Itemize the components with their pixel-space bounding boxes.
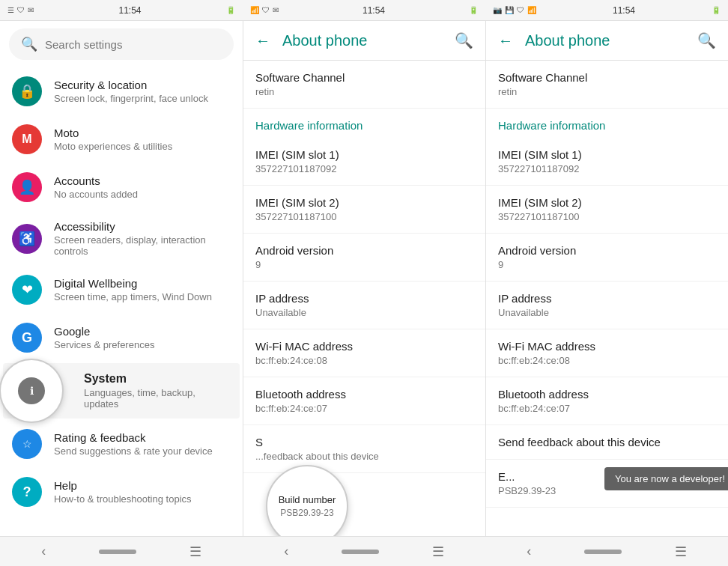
sidebar-item-google[interactable]: G Google Services & preferences [0, 314, 243, 362]
toast-message: You are now a developer! [615, 473, 725, 484]
rating-icon: ☆ [12, 429, 42, 459]
recents-nav-left[interactable]: ☰ [189, 544, 201, 560]
status-icons-mid: 📶 🛡 ✉ [250, 6, 279, 14]
status-section-mid: 📶 🛡 ✉ 11:54 🔋 [243, 5, 485, 16]
imei1-title: IMEI (SIM slot 1) [255, 148, 473, 161]
battery-icon-right: 🔋 [712, 6, 721, 14]
recents-nav-right[interactable]: ☰ [675, 544, 687, 560]
status-time-mid: 11:54 [363, 5, 385, 16]
accessibility-text: Accessibility Screen readers, display, i… [54, 220, 231, 257]
bt-address-title-2: Bluetooth address [498, 388, 716, 401]
about-item-imei1-2[interactable]: IMEI (SIM slot 1) 357227101187092 [486, 138, 728, 186]
sidebar-item-moto[interactable]: M Moto Moto experiences & utilities [0, 115, 243, 163]
search-bar[interactable]: 🔍 [9, 28, 234, 60]
google-icon: G [12, 323, 42, 353]
bottom-nav-mid: ‹ ☰ [243, 537, 485, 566]
moto-text: Moto Moto experiences & utilities [54, 127, 231, 152]
wifi-mac-value: bc:ff:eb:24:ce:08 [255, 355, 473, 366]
home-indicator-right[interactable] [584, 550, 622, 554]
digital-wellbeing-text: Digital Wellbeing Screen time, app timer… [54, 277, 231, 302]
moto-subtitle: Moto experiences & utilities [54, 141, 231, 152]
sidebar-item-digital-wellbeing[interactable]: ❤ Digital Wellbeing Screen time, app tim… [0, 266, 243, 314]
about-item-build-number[interactable]: Build number PSB29.39-23 [243, 473, 485, 536]
status-icons-right: 📷 💾 🛡 📶 [493, 6, 536, 14]
build-number-title: Build number [279, 494, 336, 505]
about-item-android-version-2[interactable]: Android version 9 [486, 234, 728, 282]
search-button-2[interactable]: 🔍 [697, 31, 716, 49]
about-item-bt-address[interactable]: Bluetooth address bc:ff:eb:24:ce:07 [243, 377, 485, 425]
about-item-wifi-mac-2[interactable]: Wi-Fi MAC address bc:ff:eb:24:ce:08 [486, 329, 728, 377]
sidebar-item-accounts[interactable]: 👤 Accounts No accounts added [0, 163, 243, 211]
ip-title: IP address [255, 292, 473, 305]
back-button-2[interactable]: ← [498, 32, 513, 49]
google-text: Google Services & preferences [54, 325, 231, 350]
developer-toast: You are now a developer! [604, 467, 728, 490]
about-item-ip-2[interactable]: IP address Unavailable [486, 282, 728, 329]
back-nav-right[interactable]: ‹ [527, 544, 531, 559]
status-section-left: ☰ 🛡 ✉ 11:54 🔋 [0, 5, 243, 16]
home-indicator-mid[interactable] [342, 550, 379, 554]
about-item-ip[interactable]: IP address Unavailable [243, 282, 485, 329]
wifi-mac-title-2: Wi-Fi MAC address [498, 340, 716, 353]
system-title: System [84, 372, 228, 386]
sidebar-item-security[interactable]: 🔒 Security & location Screen lock, finge… [0, 67, 243, 115]
status-bar: ☰ 🛡 ✉ 11:54 🔋 📶 🛡 ✉ 11:54 🔋 📷 💾 🛡 📶 11:5… [0, 0, 728, 21]
about-item-software-channel[interactable]: Software Channel retin [243, 61, 485, 109]
home-indicator-left[interactable] [99, 550, 136, 554]
status-icon-1: ☰ [7, 6, 14, 14]
about-item-android-version[interactable]: Android version 9 [243, 234, 485, 282]
software-channel-value: retin [255, 86, 473, 97]
imei1-title-2: IMEI (SIM slot 1) [498, 148, 716, 161]
save-icon: 💾 [505, 6, 514, 14]
about-list-1: Software Channel retin Hardware informat… [243, 61, 485, 536]
accounts-text: Accounts No accounts added [54, 174, 231, 200]
signal-icon-right: 📶 [527, 6, 536, 14]
status-right-right: 🔋 [712, 6, 721, 14]
about-item-build-number-2[interactable]: E... PSB29.39-23 You are now a developer… [486, 460, 728, 508]
status-right-left: 🔋 [226, 6, 235, 14]
about-item-wifi-mac[interactable]: Wi-Fi MAC address bc:ff:eb:24:ce:08 [243, 329, 485, 377]
hardware-info-section-2: Hardware information [486, 109, 728, 138]
digital-wellbeing-subtitle: Screen time, app timers, Wind Down [54, 291, 231, 302]
feedback-title-2: Send feedback about this device [498, 436, 716, 448]
about-item-feedback[interactable]: S ...feedback about this device [243, 425, 485, 473]
search-input[interactable] [45, 38, 222, 51]
about-item-feedback-2[interactable]: Send feedback about this device [486, 425, 728, 460]
about-item-imei1[interactable]: IMEI (SIM slot 1) 357227101187092 [243, 138, 485, 186]
back-nav-mid[interactable]: ‹ [284, 544, 288, 559]
sidebar-item-help[interactable]: ? Help How-to & troubleshooting topics [0, 468, 243, 516]
recents-nav-mid[interactable]: ☰ [432, 544, 444, 560]
bottom-nav: ‹ ☰ ‹ ☰ ‹ ☰ [0, 536, 728, 566]
sidebar-item-accessibility[interactable]: ♿ Accessibility Screen readers, display,… [0, 211, 243, 266]
security-subtitle: Screen lock, fingerprint, face unlock [54, 93, 231, 104]
software-channel-title-2: Software Channel [498, 71, 716, 84]
about-item-bt-address-2[interactable]: Bluetooth address bc:ff:eb:24:ce:07 [486, 377, 728, 425]
mail-icon: ✉ [273, 6, 279, 14]
digital-wellbeing-icon: ❤ [12, 275, 42, 305]
help-icon: ? [12, 477, 42, 507]
wifi-mac-value-2: bc:ff:eb:24:ce:08 [498, 355, 716, 366]
search-icon: 🔍 [21, 36, 37, 52]
about-panel-2: ← About phone 🔍 Software Channel retin H… [486, 21, 728, 536]
hardware-info-section-1: Hardware information [243, 109, 485, 138]
about-title-2: About phone [525, 32, 685, 49]
about-item-imei2[interactable]: IMEI (SIM slot 2) 357227101187100 [243, 186, 485, 234]
back-button-1[interactable]: ← [255, 32, 270, 49]
imei2-title-2: IMEI (SIM slot 2) [498, 196, 716, 209]
battery-icon-left: 🔋 [226, 6, 235, 14]
digital-wellbeing-title: Digital Wellbeing [54, 277, 231, 290]
about-title-1: About phone [282, 32, 443, 49]
settings-list: 🔒 Security & location Screen lock, finge… [0, 67, 243, 536]
search-button-1[interactable]: 🔍 [455, 31, 473, 49]
back-nav-left[interactable]: ‹ [41, 544, 46, 559]
settings-panel: 🔍 🔒 Security & location Screen lock, fin… [0, 21, 243, 536]
about-item-software-channel-2[interactable]: Software Channel retin [486, 61, 728, 109]
google-title: Google [54, 325, 231, 338]
about-item-imei2-2[interactable]: IMEI (SIM slot 2) 357227101187100 [486, 186, 728, 234]
about-list-2: Software Channel retin Hardware informat… [486, 61, 728, 536]
ip-title-2: IP address [498, 292, 716, 305]
sidebar-item-system[interactable]: ℹ System Languages, time, backup, update… [3, 363, 240, 419]
status-time-left: 11:54 [118, 5, 141, 16]
moto-icon: M [12, 124, 42, 154]
sidebar-item-rating[interactable]: ☆ Rating & feedback Send suggestions & r… [0, 420, 243, 468]
